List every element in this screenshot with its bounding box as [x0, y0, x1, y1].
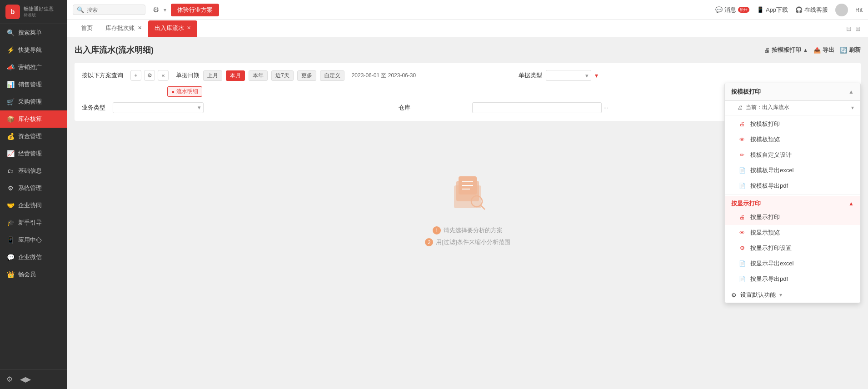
sidebar-item-label: 采购管理	[18, 98, 42, 106]
sidebar-item-member[interactable]: 👑 畅会员	[0, 266, 67, 283]
tab-home-label: 首页	[81, 24, 93, 32]
tab-flow[interactable]: 出入库流水 ✕	[148, 20, 197, 37]
settings-footer-icon[interactable]: ⚙	[6, 375, 13, 384]
tab-batch-close[interactable]: ✕	[138, 25, 142, 31]
tab-flow-close[interactable]: ✕	[187, 25, 191, 31]
sidebar-item-search[interactable]: 🔍 搜索菜单	[0, 24, 67, 41]
dropdown-item-template-pdf[interactable]: 📄 按模板导出pdf	[725, 178, 860, 194]
date-btn-this-year[interactable]: 本年	[249, 70, 268, 81]
dropdown-item-display-preview[interactable]: 👁 按显示预览	[725, 225, 860, 240]
sidebar-item-sales[interactable]: 📊 销售管理	[0, 76, 67, 93]
topbar-right: 💬 消息 99+ 📱 App下载 🎧 在线客服 Rit	[715, 4, 863, 16]
sales-icon: 📊	[6, 80, 15, 89]
template-design-icon: ✏	[738, 151, 746, 159]
empty-step-2: 2 用[过滤]条件来缩小分析范围	[425, 238, 510, 246]
appstore-icon: 📱	[6, 236, 15, 244]
display-pdf-icon: 📄	[738, 275, 746, 283]
display-excel-icon: 📄	[738, 260, 746, 267]
app-download-btn[interactable]: 📱 App下载	[757, 6, 788, 14]
step-1-text: 请先选择要分析的方案	[444, 226, 503, 234]
warehouse-more-btn[interactable]: ···	[604, 104, 609, 111]
app-name-block: 畅捷通好生意 标准版	[24, 5, 54, 18]
display-settings-icon: ⚙	[738, 244, 746, 252]
sidebar-item-corp[interactable]: 🤝 企业协同	[0, 197, 67, 214]
tag-label: 流水明细	[176, 88, 198, 95]
dropdown-icon[interactable]: ▾	[164, 7, 166, 13]
refresh-btn[interactable]: 🔄 刷新	[840, 46, 861, 54]
dropdown-collapse-btn[interactable]: ▲	[848, 89, 854, 95]
dropdown-footer[interactable]: ⚙ 设置默认功能 ▾	[725, 287, 860, 303]
tab-batch[interactable]: 库存批次账 ✕	[99, 20, 148, 37]
dropdown-item-display-pdf[interactable]: 📄 按显示导出pdf	[725, 271, 860, 287]
topbar-search-box[interactable]: 🔍	[73, 5, 145, 15]
maximize-icon[interactable]: ⊞	[855, 25, 861, 32]
config-scheme-btn[interactable]: ⚙	[144, 70, 155, 81]
sidebar-item-basic[interactable]: 🗂 基础信息	[0, 162, 67, 180]
sidebar-item-label: 库存核算	[18, 115, 42, 123]
search-input[interactable]	[87, 7, 137, 13]
collapse-sidebar-icon[interactable]: ◀▶	[20, 375, 31, 384]
sidebar-item-label: 快捷导航	[18, 46, 42, 54]
sidebar-item-quick-nav[interactable]: ⚡ 快捷导航	[0, 41, 67, 59]
step-2-text: 用[过滤]条件来缩小分析范围	[436, 238, 510, 246]
filter-tag-badge: ● 流水明细	[167, 86, 202, 97]
business-type-select[interactable]	[113, 102, 204, 113]
dropdown-item-display-print[interactable]: 🖨 按显示打印	[725, 209, 860, 225]
doc-type-more-btn[interactable]: ▾	[595, 72, 598, 79]
date-btn-custom[interactable]: 自定义	[320, 70, 344, 81]
doc-type-area: 单据类型 ▾	[519, 70, 854, 81]
sidebar-item-system[interactable]: ⚙ 系统管理	[0, 180, 67, 197]
guide-icon: 🎓	[6, 219, 15, 227]
dropdown-item-display-settings[interactable]: ⚙ 按显示打印设置	[725, 240, 860, 256]
date-btn-7days[interactable]: 近7天	[271, 70, 294, 81]
sidebar-item-label: 资金管理	[18, 132, 42, 140]
doc-type-select[interactable]	[546, 70, 591, 81]
sidebar-item-finance[interactable]: 💰 资金管理	[0, 128, 67, 145]
warehouse-label: 仓库	[399, 104, 410, 112]
user-avatar[interactable]	[835, 4, 848, 16]
display-section-label: 按显示打印	[731, 199, 761, 208]
settings-icon[interactable]: ⚙	[153, 5, 159, 14]
dropdown-item-template-preview[interactable]: 👁 按模板预览	[725, 132, 860, 147]
date-btn-last-month[interactable]: 上月	[203, 70, 222, 81]
sidebar-logo: b 畅捷通好生意 标准版	[0, 0, 67, 24]
export-btn[interactable]: 📤 导出	[813, 46, 834, 54]
dropdown-item-template-design[interactable]: ✏ 模板自定义设计	[725, 147, 860, 163]
print-template-btn[interactable]: 🖨 按模板打印 ▲	[764, 46, 808, 54]
print-icon: 🖨	[764, 47, 770, 54]
empty-step-1: 1 请先选择要分析的方案	[433, 226, 503, 234]
warehouse-input[interactable]	[472, 102, 602, 113]
add-scheme-btn[interactable]: +	[130, 70, 141, 81]
date-btn-this-month[interactable]: 本月	[226, 70, 245, 81]
export-icon: 📤	[813, 47, 821, 54]
sidebar-item-appstore[interactable]: 📱 应用中心	[0, 231, 67, 249]
dropdown-item-display-excel[interactable]: 📄 按显示导出excel	[725, 256, 860, 271]
collapse-scheme-btn[interactable]: «	[158, 70, 169, 81]
template-design-label: 模板自定义设计	[750, 151, 792, 159]
message-btn[interactable]: 💬 消息 99+	[715, 6, 749, 14]
sidebar-item-inventory[interactable]: 📦 库存核算	[0, 110, 67, 128]
sidebar-item-guide[interactable]: 🎓 新手引导	[0, 214, 67, 231]
sidebar-item-purchase[interactable]: 🛒 采购管理	[0, 93, 67, 110]
current-arrow[interactable]: ▾	[851, 105, 854, 111]
dropdown-header: 按模板打印 ▲	[725, 83, 860, 101]
trial-btn[interactable]: 体验行业方案	[171, 4, 219, 16]
divider-2	[725, 194, 860, 195]
display-settings-label: 按显示打印设置	[750, 244, 792, 252]
filter-row-1: 按以下方案查询 + ⚙ « 单据日期 上月 本月 本年 近7天 更多 自定义 2…	[82, 70, 853, 81]
minimize-icon[interactable]: ⊟	[846, 25, 852, 32]
topbar: 🔍 ⚙ ▾ 体验行业方案 💬 消息 99+ 📱 App下载 🎧 在线客服 Rit	[67, 0, 868, 20]
display-section-header[interactable]: 按显示打印 ▲	[725, 196, 860, 209]
date-btn-more[interactable]: 更多	[297, 70, 316, 81]
doc-type-label: 单据类型	[519, 71, 542, 80]
dropdown-item-template-excel[interactable]: 📄 按模板导出excel	[725, 163, 860, 178]
dropdown-item-template-print[interactable]: 🖨 按模板打印	[725, 116, 860, 132]
tab-home[interactable]: 首页	[75, 20, 99, 37]
online-service-btn[interactable]: 🎧 在线客服	[795, 6, 828, 14]
sidebar-item-operation[interactable]: 📈 经营管理	[0, 145, 67, 162]
sidebar-item-label: 新手引导	[18, 219, 42, 227]
sidebar-item-wechat[interactable]: 💬 企业微信	[0, 249, 67, 266]
date-filter-area: 单据日期 上月 本月 本年 近7天 更多 自定义 2023-06-01 至 20…	[176, 70, 511, 81]
display-print-label: 按显示打印	[750, 213, 780, 221]
sidebar-item-marketing[interactable]: 📣 营销推广	[0, 59, 67, 76]
